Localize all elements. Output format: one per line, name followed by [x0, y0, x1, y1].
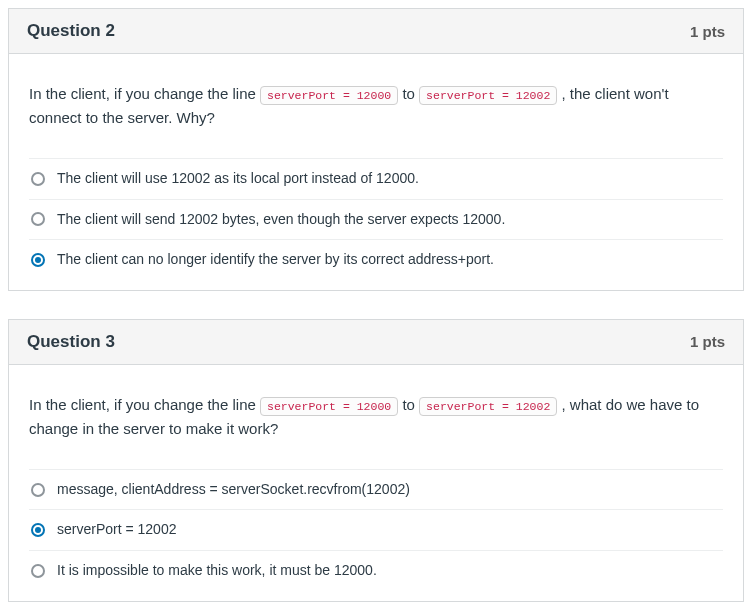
- prompt-text: In the client, if you change the line: [29, 396, 260, 413]
- question-points: 1 pts: [690, 333, 725, 350]
- radio-icon[interactable]: [31, 253, 45, 267]
- code-snippet: serverPort = 12002: [419, 397, 557, 416]
- question-body: In the client, if you change the line se…: [9, 365, 743, 601]
- radio-icon[interactable]: [31, 212, 45, 226]
- answer-option[interactable]: serverPort = 12002: [29, 509, 723, 550]
- answer-option[interactable]: It is impossible to make this work, it m…: [29, 550, 723, 591]
- radio-icon[interactable]: [31, 172, 45, 186]
- radio-icon[interactable]: [31, 564, 45, 578]
- question-header: Question 3 1 pts: [9, 320, 743, 365]
- answer-label: The client can no longer identify the se…: [57, 250, 494, 270]
- answer-label: serverPort = 12002: [57, 520, 176, 540]
- radio-icon[interactable]: [31, 523, 45, 537]
- code-snippet: serverPort = 12002: [419, 86, 557, 105]
- answer-label: The client will use 12002 as its local p…: [57, 169, 419, 189]
- prompt-text: In the client, if you change the line: [29, 85, 260, 102]
- code-snippet: serverPort = 12000: [260, 397, 398, 416]
- answer-label: It is impossible to make this work, it m…: [57, 561, 377, 581]
- prompt-text: to: [402, 396, 419, 413]
- question-points: 1 pts: [690, 23, 725, 40]
- answer-label: message, clientAddress = serverSocket.re…: [57, 480, 410, 500]
- radio-icon[interactable]: [31, 483, 45, 497]
- question-body: In the client, if you change the line se…: [9, 54, 743, 290]
- answer-option[interactable]: The client can no longer identify the se…: [29, 239, 723, 280]
- answer-option[interactable]: The client will use 12002 as its local p…: [29, 158, 723, 199]
- question-title: Question 2: [27, 21, 115, 41]
- answer-list: message, clientAddress = serverSocket.re…: [29, 469, 723, 591]
- question-header: Question 2 1 pts: [9, 9, 743, 54]
- question-prompt: In the client, if you change the line se…: [29, 82, 723, 130]
- prompt-text: to: [402, 85, 419, 102]
- code-snippet: serverPort = 12000: [260, 86, 398, 105]
- question-title: Question 3: [27, 332, 115, 352]
- question-prompt: In the client, if you change the line se…: [29, 393, 723, 441]
- answer-label: The client will send 12002 bytes, even t…: [57, 210, 505, 230]
- answer-list: The client will use 12002 as its local p…: [29, 158, 723, 280]
- answer-option[interactable]: message, clientAddress = serverSocket.re…: [29, 469, 723, 510]
- question-block-2: Question 2 1 pts In the client, if you c…: [8, 8, 744, 291]
- answer-option[interactable]: The client will send 12002 bytes, even t…: [29, 199, 723, 240]
- question-block-3: Question 3 1 pts In the client, if you c…: [8, 319, 744, 602]
